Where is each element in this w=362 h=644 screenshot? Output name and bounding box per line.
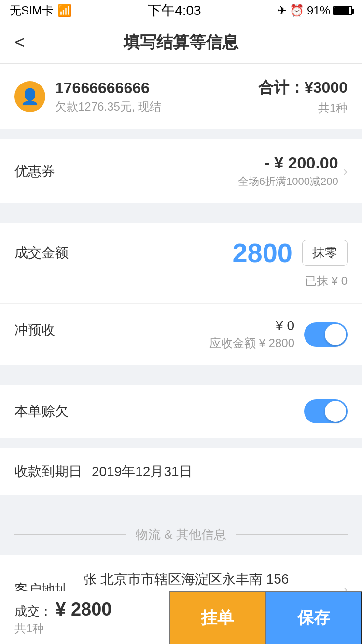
coupon-discount: - ¥ 200.00 [238, 154, 338, 172]
battery-icon [333, 6, 352, 15]
bottom-deal-label: 成交： ¥ 2800 [14, 599, 154, 620]
divider-1 [0, 213, 362, 223]
credit-label: 本单赊欠 [14, 402, 69, 420]
coupon-desc: 全场6折满1000减200 [238, 174, 338, 189]
deal-row: 成交金额 2800 抹零 [14, 237, 348, 268]
prepay-amount: ¥ 0 [209, 318, 294, 334]
status-right: ✈ ⏰ 91% [277, 4, 352, 17]
customer-phone: 17666666666 [55, 79, 258, 97]
customer-row: 👤 17666666666 欠款1276.35元, 现结 合计：¥3000 共1… [0, 64, 362, 129]
nav-bar: < 填写结算等信息 [0, 21, 362, 64]
prepay-row: 冲预收 ¥ 0 应收金额 ¥ 2800 [14, 318, 348, 351]
deal-label: 成交金额 [14, 244, 69, 262]
prepay-right: ¥ 0 应收金额 ¥ 2800 [209, 318, 348, 351]
logistics-header: 物流 & 其他信息 [0, 515, 362, 555]
divider-3 [0, 505, 362, 515]
bottom-deal-count: 共1种 [14, 621, 154, 636]
coupon-section: 优惠券 - ¥ 200.00 全场6折满1000减200 › [0, 139, 362, 203]
coupon-row[interactable]: 优惠券 - ¥ 200.00 全场6折满1000减200 › [0, 139, 362, 203]
wifi-icon: 📶 [57, 4, 72, 17]
bottom-deal-amount: ¥ 2800 [56, 599, 111, 619]
alarm-icon: ⏰ [290, 4, 304, 17]
location-icon: ✈ [277, 4, 287, 17]
header-line-right [236, 534, 348, 535]
carrier-label: 无SIM卡 [10, 3, 54, 18]
total-value: ¥3000 [305, 79, 348, 96]
time-label: 下午4:03 [148, 1, 201, 20]
content-area: 👤 17666666666 欠款1276.35元, 现结 合计：¥3000 共1… [0, 64, 362, 644]
coupon-value: - ¥ 200.00 全场6折满1000减200 › [238, 154, 348, 189]
prepay-section: 冲预收 ¥ 0 应收金额 ¥ 2800 [0, 303, 362, 365]
customer-section: 👤 17666666666 欠款1276.35元, 现结 合计：¥3000 共1… [0, 64, 362, 129]
bottom-info: 成交： ¥ 2800 共1种 [0, 599, 169, 636]
total-amount: 合计：¥3000 [258, 77, 348, 98]
chevron-right-icon: › [343, 164, 348, 179]
credit-toggle-knob [325, 401, 346, 422]
total-label: 合计： [258, 79, 305, 96]
battery-label: 91% [307, 4, 330, 17]
prepay-amount-group: ¥ 0 应收金额 ¥ 2800 [209, 318, 294, 351]
bottom-bar: 成交： ¥ 2800 共1种 挂单 保存 [0, 591, 362, 644]
deal-section-inner: 成交金额 2800 抹零 已抹 ¥ 0 [0, 223, 362, 303]
customer-total: 合计：¥3000 共1种 [258, 77, 348, 116]
avatar: 👤 [14, 81, 45, 112]
pending-button[interactable]: 挂单 [169, 591, 265, 644]
deal-sub-text: 已抹 ¥ 0 [14, 273, 348, 289]
status-left: 无SIM卡 📶 [10, 3, 72, 18]
back-button[interactable]: < [14, 32, 25, 53]
page-title: 填写结算等信息 [124, 31, 238, 54]
due-date-label: 收款到期日 [14, 462, 82, 481]
prepay-label: 冲预收 [14, 318, 55, 339]
credit-toggle[interactable] [304, 399, 348, 423]
deal-prefix: 成交： [14, 604, 52, 618]
header-line-left [14, 534, 126, 535]
deal-amount-value: 2800 [232, 237, 292, 268]
credit-row: 本单赊欠 [0, 385, 362, 438]
save-button[interactable]: 保存 [265, 591, 362, 644]
prepay-toggle[interactable] [304, 322, 348, 347]
customer-debt: 欠款1276.35元, 现结 [55, 99, 258, 114]
deal-amount-group: 2800 抹零 [232, 237, 348, 268]
status-bar: 无SIM卡 📶 下午4:03 ✈ ⏰ 91% [0, 0, 362, 21]
logistics-label: 物流 & 其他信息 [136, 526, 226, 543]
due-date-row: 收款到期日 2019年12月31日 [0, 448, 362, 495]
total-count: 共1种 [258, 100, 348, 116]
due-date-value: 2019年12月31日 [92, 462, 193, 481]
customer-info: 17666666666 欠款1276.35元, 现结 [55, 79, 258, 114]
prepay-sub: 应收金额 ¥ 2800 [209, 336, 294, 351]
due-date-section: 收款到期日 2019年12月31日 [0, 448, 362, 495]
toggle-knob [325, 324, 346, 345]
avatar-icon: 👤 [20, 87, 40, 106]
coupon-label: 优惠券 [14, 162, 55, 181]
divider-2 [0, 375, 362, 385]
credit-section: 本单赊欠 [0, 385, 362, 438]
deal-amount-section: 成交金额 2800 抹零 已抹 ¥ 0 冲预收 ¥ 0 应收金额 ¥ 2800 [0, 223, 362, 365]
round-button[interactable]: 抹零 [302, 240, 348, 266]
